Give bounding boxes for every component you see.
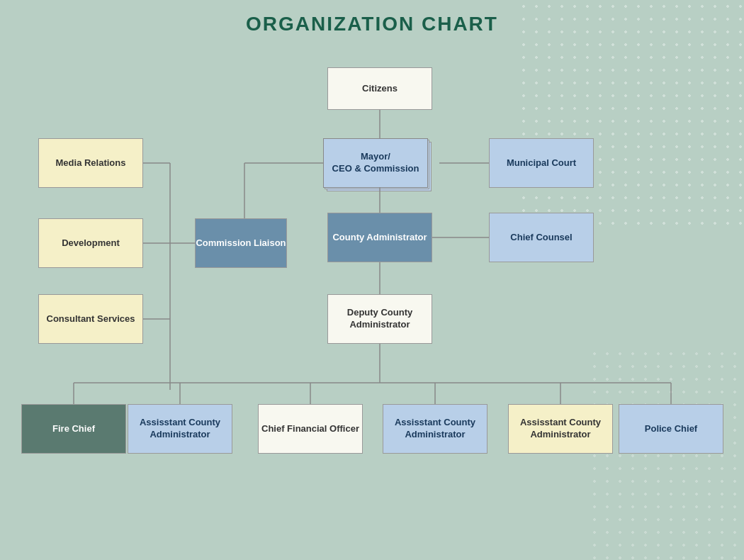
chief-counsel-box: Chief Counsel — [489, 213, 594, 262]
asst-admin-2-box: Assisstant County Administrator — [383, 404, 487, 454]
development-box: Development — [38, 218, 143, 268]
consultant-services-box: Consultant Services — [38, 294, 143, 344]
media-relations-box: Media Relations — [38, 138, 143, 188]
county-admin-box: County Administrator — [327, 213, 432, 262]
municipal-court-box: Municipal Court — [489, 138, 594, 188]
asst-admin-1-box: Assisstant County Administrator — [128, 404, 232, 454]
chart-area: Citizens Mayor/CEO & Commission Municipa… — [0, 43, 744, 560]
page-title: ORGANIZATION CHART — [0, 0, 744, 35]
police-chief-box: Police Chief — [619, 404, 723, 454]
commission-liaison-box: Commission Liaison — [195, 218, 287, 268]
asst-admin-3-box: Assisstant County Administrator — [508, 404, 613, 454]
deputy-county-admin-box: Deputy County Administrator — [327, 294, 432, 344]
citizens-box: Citizens — [327, 67, 432, 110]
cfo-box: Chief Financial Officer — [258, 404, 363, 454]
fire-chief-box: Fire Chief — [21, 404, 126, 454]
